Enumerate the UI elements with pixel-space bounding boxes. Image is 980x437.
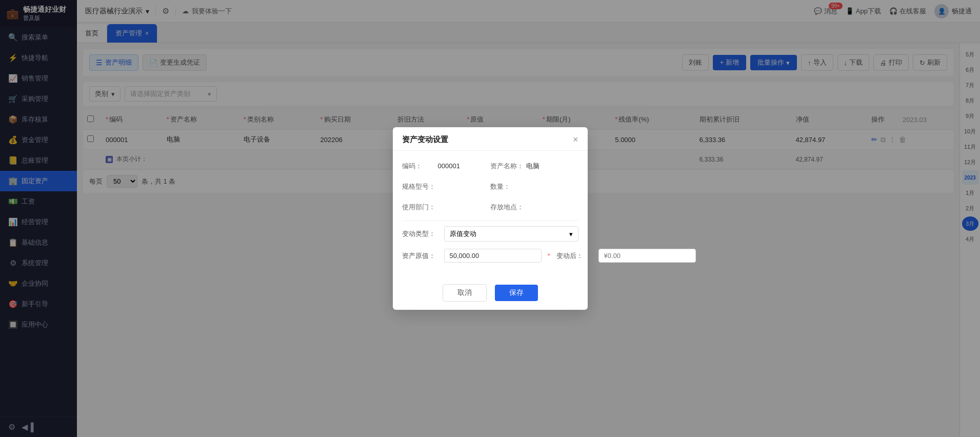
- modal-after-input[interactable]: [598, 249, 696, 263]
- modal-original-input[interactable]: [444, 249, 542, 263]
- modal-original-label: 资产原值：: [402, 251, 438, 261]
- required-star-icon: *: [548, 252, 550, 260]
- modal-dept-label: 使用部门：: [402, 200, 438, 214]
- modal-change-type-select[interactable]: 原值变动 ▾: [444, 226, 578, 242]
- modal-qty-label: 数量：: [490, 180, 526, 194]
- modal-spec-label: 规格型号：: [402, 180, 438, 194]
- modal-change-type-value: 原值变动: [450, 229, 476, 239]
- modal-title: 资产变动设置: [402, 135, 448, 145]
- modal-code-label: 编码：: [402, 159, 438, 173]
- modal-row-spec-qty: 规格型号： 数量：: [402, 180, 578, 194]
- modal-divider: [402, 221, 578, 221]
- modal-body: 编码： 000001 资产名称： 电脑 规格型号： 数量： 使用部门： 存放地点…: [393, 151, 588, 278]
- modal-code-value: 000001: [438, 159, 490, 173]
- modal-change-type-label: 变动类型：: [402, 229, 438, 239]
- chevron-down-icon: ▾: [569, 230, 573, 238]
- modal-row-dept-storage: 使用部门： 存放地点：: [402, 200, 578, 214]
- modal-value-row: 资产原值： * 变动后：: [402, 249, 578, 263]
- modal-row-code-name: 编码： 000001 资产名称： 电脑: [402, 159, 578, 173]
- modal-storage-label: 存放地点：: [490, 200, 526, 214]
- modal-name-label: 资产名称：: [490, 159, 526, 173]
- modal-overlay: 资产变动设置 × 编码： 000001 资产名称： 电脑 规格型号： 数量： 使…: [0, 0, 980, 437]
- modal-footer: 取消 保存: [393, 278, 588, 310]
- modal-after-label: 变动后：: [556, 251, 592, 261]
- save-button[interactable]: 保存: [495, 285, 538, 301]
- cancel-button[interactable]: 取消: [443, 284, 487, 302]
- modal-close-button[interactable]: ×: [573, 134, 578, 145]
- modal-name-value: 电脑: [526, 159, 578, 173]
- modal-change-type-row: 变动类型： 原值变动 ▾: [402, 226, 578, 242]
- modal-header: 资产变动设置 ×: [393, 127, 588, 151]
- asset-change-modal: 资产变动设置 × 编码： 000001 资产名称： 电脑 规格型号： 数量： 使…: [393, 127, 588, 310]
